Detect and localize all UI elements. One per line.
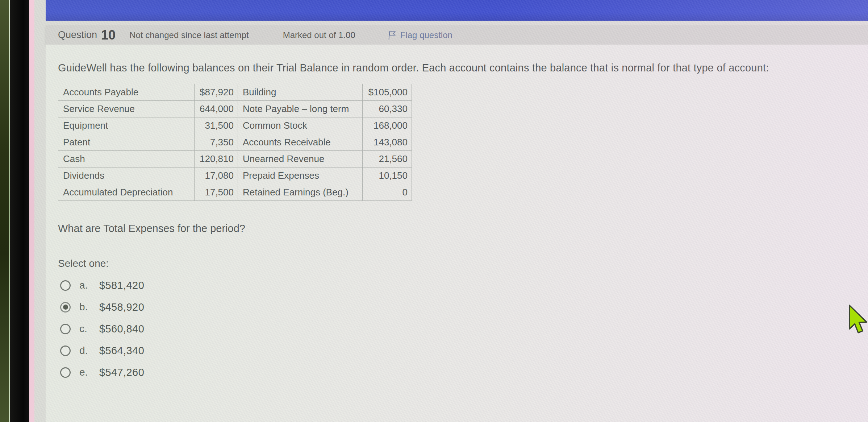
option-value: $458,920 (99, 301, 144, 313)
answer-option: b.$458,920 (60, 296, 854, 318)
account-value-cell: 0 (363, 184, 412, 201)
mouse-cursor (846, 305, 868, 335)
answer-option: e.$547,260 (60, 361, 854, 383)
account-name-cell: Accounts Payable (58, 84, 195, 101)
account-value-cell: 17,080 (195, 167, 238, 184)
account-name-cell: Patent (58, 134, 195, 151)
monitor-bezel (10, 0, 29, 422)
option-letter: a. (79, 280, 99, 291)
flag-icon (387, 30, 397, 40)
account-name-cell: Retained Earnings (Beg.) (238, 184, 363, 201)
question-body: GuideWell has the following balances on … (46, 45, 868, 422)
table-row: Accumulated Depreciation17,500Retained E… (58, 184, 412, 201)
radio-button-selected[interactable] (60, 302, 71, 313)
account-value-cell: $87,920 (195, 84, 238, 101)
trial-balance-table: Accounts Payable$87,920Building$105,000S… (58, 84, 412, 201)
radio-button[interactable] (60, 324, 71, 334)
question-marks: Marked out of 1.00 (283, 30, 355, 40)
account-value-cell: $105,000 (363, 84, 412, 101)
flag-question-label: Flag question (400, 30, 452, 40)
account-name-cell: Accumulated Depreciation (58, 184, 195, 201)
radio-button[interactable] (60, 367, 71, 378)
option-value: $560,840 (99, 323, 144, 335)
question-header: Question 10 Not changed since last attem… (46, 25, 868, 45)
table-row: Dividends17,080Prepaid Expenses10,150 (58, 167, 412, 184)
option-letter: c. (79, 323, 99, 335)
account-name-cell: Note Payable – long term (238, 101, 363, 117)
account-value-cell: 31,500 (195, 117, 238, 134)
option-letter: b. (79, 301, 99, 313)
answer-option: c.$560,840 (60, 318, 854, 340)
question-prompt: What are Total Expenses for the period? (58, 223, 854, 235)
table-row: Patent7,350Accounts Receivable143,080 (58, 134, 412, 151)
account-name-cell: Prepaid Expenses (238, 167, 363, 184)
screen-photo: Question 10 Not changed since last attem… (0, 0, 868, 422)
account-value-cell: 143,080 (363, 134, 412, 151)
account-value-cell: 10,150 (363, 167, 412, 184)
page-top-bar (46, 0, 868, 21)
account-name-cell: Building (238, 84, 363, 101)
monitor-frame-edge (0, 0, 9, 422)
answer-option: a.$581,420 (60, 274, 854, 296)
option-value: $581,420 (99, 280, 144, 291)
account-value-cell: 168,000 (363, 117, 412, 134)
option-value: $564,340 (99, 345, 144, 357)
account-name-cell: Cash (58, 151, 195, 167)
table-row: Accounts Payable$87,920Building$105,000 (58, 84, 412, 101)
option-value: $547,260 (99, 367, 144, 378)
select-one-label: Select one: (58, 258, 854, 269)
screen-content: Question 10 Not changed since last attem… (34, 0, 868, 422)
question-label: Question (58, 29, 97, 41)
account-name-cell: Unearned Revenue (238, 151, 363, 167)
question-number: 10 (101, 29, 116, 42)
account-value-cell: 60,330 (363, 101, 412, 117)
answer-option: d.$564,340 (60, 340, 854, 361)
account-name-cell: Equipment (58, 117, 195, 134)
account-value-cell: 21,560 (363, 151, 412, 167)
account-value-cell: 644,000 (195, 101, 238, 117)
option-letter: e. (79, 367, 99, 378)
table-row: Service Revenue644,000Note Payable – lon… (58, 101, 412, 117)
flag-question-link[interactable]: Flag question (387, 30, 452, 40)
screen-edge-glow (29, 0, 34, 422)
account-value-cell: 120,810 (195, 151, 238, 167)
account-name-cell: Service Revenue (58, 101, 195, 117)
question-status: Not changed since last attempt (129, 30, 249, 40)
radio-button[interactable] (60, 346, 71, 356)
radio-button[interactable] (60, 280, 71, 291)
account-name-cell: Accounts Receivable (238, 134, 363, 151)
account-name-cell: Dividends (58, 167, 195, 184)
account-name-cell: Common Stock (238, 117, 363, 134)
trial-balance-body: Accounts Payable$87,920Building$105,000S… (58, 84, 412, 201)
account-value-cell: 17,500 (195, 184, 238, 201)
option-letter: d. (79, 345, 99, 356)
table-row: Equipment31,500Common Stock168,000 (58, 117, 412, 134)
answer-options: a.$581,420b.$458,920c.$560,840d.$564,340… (58, 274, 854, 383)
account-value-cell: 7,350 (195, 134, 238, 151)
question-intro-text: GuideWell has the following balances on … (58, 62, 854, 74)
table-row: Cash120,810Unearned Revenue21,560 (58, 151, 412, 167)
